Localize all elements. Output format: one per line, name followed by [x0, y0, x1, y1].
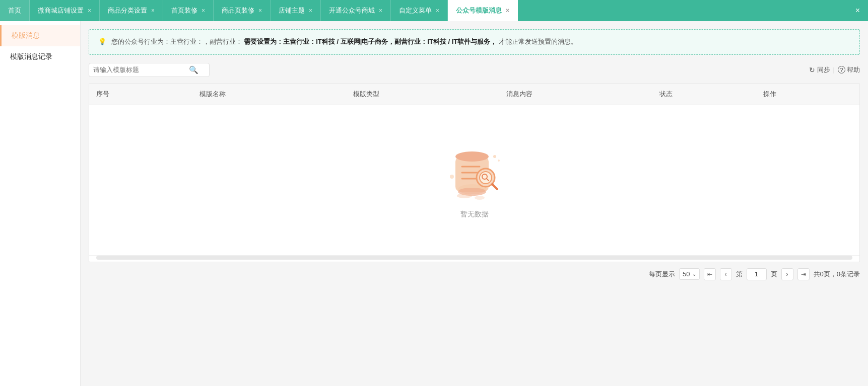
col-header-content: 消息内容 [499, 84, 652, 105]
empty-illustration [444, 141, 505, 202]
divider: | [833, 66, 835, 73]
tab-close-button[interactable]: × [258, 7, 262, 14]
nav-tab-template-msg[interactable]: 公众号模版消息× [448, 0, 518, 21]
nav-tab-label: 店铺主题 [279, 6, 305, 15]
nav-tab-label: 自定义菜单 [399, 6, 432, 15]
sidebar-item-template-record[interactable]: 模版消息记录 [0, 46, 80, 67]
per-page-value: 50 [683, 270, 690, 278]
col-header-status: 状态 [652, 84, 756, 105]
empty-state: 暂无数据 [96, 111, 852, 249]
col-header-action: 操作 [756, 84, 859, 105]
sync-icon: ↻ [809, 66, 815, 74]
svg-point-15 [457, 193, 472, 198]
svg-point-13 [498, 160, 500, 162]
help-button[interactable]: ? 帮助 [838, 65, 860, 74]
close-all-button[interactable]: × [847, 6, 868, 15]
tab-close-button[interactable]: × [88, 7, 91, 14]
total-label: 共0页，0条记录 [814, 270, 860, 279]
nav-tab-label: 商品页装修 [222, 6, 254, 15]
search-icon[interactable]: 🔍 [189, 65, 198, 74]
help-circle-icon: ? [838, 66, 845, 73]
data-table: 序号模版名称模版类型消息内容状态操作 [89, 84, 859, 256]
per-page-select[interactable]: 50 ⌄ [679, 268, 699, 280]
search-input[interactable] [93, 66, 189, 73]
col-header-type: 模版类型 [346, 84, 499, 105]
per-page-label: 每页显示 [649, 270, 675, 279]
dropdown-icon: ⌄ [692, 271, 696, 277]
page-label: 第 [736, 270, 743, 279]
tab-close-button[interactable]: × [379, 7, 382, 14]
top-nav: 首页微商城店铺设置×商品分类设置×首页装修×商品页装修×店铺主题×开通公众号商城… [0, 0, 868, 21]
prev-page-button[interactable]: ‹ [720, 268, 732, 280]
nav-tab-label: 公众号模版消息 [456, 6, 502, 15]
tab-close-button[interactable]: × [436, 7, 439, 14]
tab-close-button[interactable]: × [506, 7, 509, 14]
help-label: 帮助 [847, 65, 860, 74]
last-page-button[interactable]: ⇥ [797, 268, 810, 280]
info-text-1: 您的公众号行业为：主营行业：，副营行业： [111, 38, 242, 45]
nav-tab-product-decor[interactable]: 商品页装修× [214, 0, 271, 21]
search-bar: 🔍 ↻ 同步 | ? 帮助 [89, 63, 860, 77]
sync-help-area: ↻ 同步 | ? 帮助 [809, 65, 860, 74]
page-unit: 页 [771, 270, 777, 279]
info-box: 💡 您的公众号行业为：主营行业：，副营行业： 需要设置为：主营行业：IT科技 /… [89, 29, 860, 55]
sidebar-item-template-msg[interactable]: 模版消息 [0, 25, 80, 46]
col-header-name: 模版名称 [192, 84, 346, 105]
info-text-2: 才能正常发送预置的消息。 [499, 38, 577, 45]
tab-close-button[interactable]: × [309, 7, 312, 14]
info-highlight: 需要设置为：主营行业：IT科技 / 互联网|电子商务，副营行业：IT科技 / I… [244, 38, 497, 45]
next-page-button[interactable]: › [781, 268, 793, 280]
pagination: 每页显示 50 ⌄ ⇤ ‹ 第 页 › ⇥ 共0页，0条记录 [89, 262, 860, 282]
nav-tab-custom-menu[interactable]: 自定义菜单× [391, 0, 448, 21]
sidebar: 模版消息模版消息记录 [0, 21, 81, 386]
svg-point-14 [450, 175, 454, 179]
sync-button[interactable]: ↻ 同步 [809, 65, 830, 74]
nav-tab-open-mall[interactable]: 开通公众号商城× [321, 0, 391, 21]
svg-point-8 [480, 172, 492, 184]
nav-tab-label: 首页 [8, 6, 21, 15]
first-page-button[interactable]: ⇤ [704, 268, 716, 280]
svg-point-16 [475, 196, 485, 200]
nav-tab-label: 商品分类设置 [108, 6, 147, 15]
horizontal-scrollbar[interactable] [96, 256, 852, 260]
content-area: 💡 您的公众号行业为：主营行业：，副营行业： 需要设置为：主营行业：IT科技 /… [81, 21, 868, 386]
nav-tab-home-decor[interactable]: 首页装修× [163, 0, 214, 21]
tab-close-button[interactable]: × [202, 7, 205, 14]
lightbulb-icon: 💡 [98, 38, 106, 45]
page-input[interactable] [747, 268, 767, 280]
nav-tab-label: 开通公众号商城 [329, 6, 375, 15]
search-input-wrap[interactable]: 🔍 [89, 63, 210, 77]
table-body: 暂无数据 [89, 105, 859, 255]
sync-label: 同步 [817, 65, 830, 74]
nav-tab-home[interactable]: 首页 [0, 0, 30, 21]
table-container: 序号模版名称模版类型消息内容状态操作 [89, 83, 860, 262]
nav-tab-store-theme[interactable]: 店铺主题× [271, 0, 321, 21]
tab-close-button[interactable]: × [151, 7, 155, 14]
table-header: 序号模版名称模版类型消息内容状态操作 [89, 84, 859, 105]
nav-tab-category[interactable]: 商品分类设置× [100, 0, 163, 21]
svg-point-2 [455, 151, 489, 162]
nav-tab-label: 首页装修 [171, 6, 197, 15]
nav-tab-micro-store[interactable]: 微商城店铺设置× [30, 0, 100, 21]
main-layout: 模版消息模版消息记录 💡 您的公众号行业为：主营行业：，副营行业： 需要设置为：… [0, 21, 868, 386]
empty-text: 暂无数据 [460, 210, 489, 219]
nav-tab-label: 微商城店铺设置 [38, 6, 84, 15]
svg-point-12 [493, 155, 496, 158]
col-header-seq: 序号 [89, 84, 192, 105]
svg-line-11 [492, 184, 497, 189]
